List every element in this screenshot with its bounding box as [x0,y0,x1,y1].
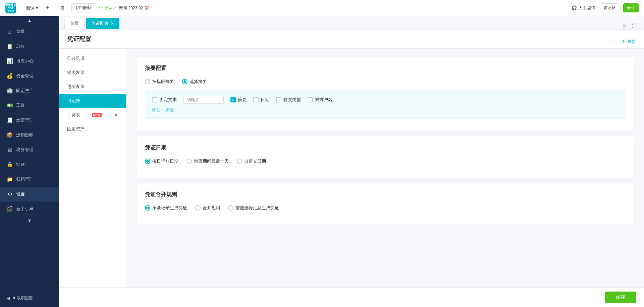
sidebar-label-tax: 税务管理 [16,147,34,153]
nav-item-salary-table[interactable]: 工资表 NEW ∨ [59,108,126,122]
date-section: 凭证日期 按日记账日期 对应期间最后一天 [137,136,633,178]
logo-text-main: 畅捷通好会计 [5,3,16,10]
radio-circle-journal [145,159,150,164]
settings-nav-icon: ⚙ [7,191,13,197]
checkbox-date[interactable]: 日期 [253,97,269,103]
archive-icon: 📁 [7,176,13,182]
pin-icon: ◀ [7,296,10,301]
company-logo-area[interactable]: 畅捷通好会计 专业版 [5,3,16,13]
radio-circle-template [145,79,150,84]
checkbox-summary[interactable]: 摘要 [230,97,247,103]
sidebar-item-ledger[interactable]: 📋 总账 [0,39,59,54]
sidebar-item-home[interactable]: ⌂ 首页 [0,24,59,39]
sidebar-item-archive[interactable]: 📁 归档管理 [0,172,59,187]
calendar-icon[interactable]: 📅 [145,6,150,10]
manager-button[interactable]: 管理员 [600,3,619,12]
sidebar-item-salary[interactable]: 💵 工资 [0,98,59,113]
merge-radio-single[interactable]: 单条记录生成凭证 [145,205,187,211]
checkbox-fixed-text[interactable]: 固定文本 [152,97,177,103]
sidebar-item-guide[interactable]: 🎬 新手引导 [0,202,59,216]
switch-old-button[interactable]: 切到旧版 [71,3,96,12]
nav-label-journal: 日记账 [67,98,80,104]
content-area: 首页 凭证配置 ✕ ✕ ⛶ 凭证配置 ↻ 刷新 [59,16,644,307]
checkbox-box-summary [230,97,236,102]
sidebar-item-assets[interactable]: 🏢 固定资产 [0,83,59,98]
date-radio-custom[interactable]: 自定义日期 [237,158,266,164]
sidebar-item-capital[interactable]: 💰 资金管理 [0,69,59,83]
sidebar-label-close: 结账 [16,162,25,168]
sidebar-label-trade: 进销台账 [16,132,34,138]
pin-toggle[interactable]: ◀ ◀ 取消固定 [0,293,59,304]
date-radio-group: 按日记账日期 对应期间最后一天 自定义日期 [145,158,625,164]
merge-radio-select-merge[interactable]: 按照选择汇总生成凭证 [228,205,279,211]
sidebar-item-close[interactable]: 🔒 结账 [0,157,59,172]
summary-radio-template[interactable]: 按模版摘要 [145,79,174,85]
merge-radio-rules[interactable]: 合并规则 [195,205,220,211]
new-badge: NEW [92,113,102,117]
nav-item-journal[interactable]: 日记账 [59,94,126,108]
summary-options-row: 固定文本 摘要 日期 [152,96,618,104]
add-button[interactable]: + [42,3,53,13]
sidebar-item-invoice[interactable]: 🧾 发票管理 [0,113,59,128]
radio-label-select-merge: 按照选择汇总生成凭证 [235,205,279,211]
example-text: 例如：摘要 [152,107,618,113]
summary-radio-group: 按模版摘要 选择摘要 [145,79,625,85]
sidebar-label-invoice: 发票管理 [16,117,34,123]
nav-label-fixed-assets: 固定资产 [67,126,85,132]
fixed-text-input[interactable] [183,96,224,104]
checkbox-counterparty[interactable]: 对方户名 [308,97,332,103]
nav-item-public[interactable]: 公共选项 [59,51,126,65]
sidebar-label-archive: 归档管理 [16,176,34,182]
sidebar-label-home: 首页 [16,29,25,35]
checkbox-income-type[interactable]: 收支类型 [276,97,301,103]
date-radio-journal[interactable]: 按日记账日期 [145,158,178,164]
refresh-button[interactable]: ↻ 刷新 [622,39,636,45]
checkbox-label-counterparty: 对方户名 [315,97,332,103]
tax-icon: 🏛 [7,147,13,153]
close-window-button[interactable]: ✕ [621,23,628,29]
nav-item-fixed-assets[interactable]: 固定资产 [59,122,126,136]
radio-circle-select [182,79,187,84]
sidebar-item-trade[interactable]: 📦 进销台账 [0,128,59,142]
company-selector[interactable]: 测试 ▾ [26,5,38,11]
date-radio-period-last[interactable]: 对应期间最后一天 [186,158,229,164]
verified-label: 已认证 [104,5,116,11]
capital-icon: 💰 [7,73,13,79]
radio-circle-select-merge [228,205,233,211]
sidebar-item-settings[interactable]: ⚙ 设置 [0,187,59,202]
refresh-icon: ↻ [622,39,626,44]
inner-layout: 公共选项 销项发票 进项发票 日记账 工资表 NEW ∨ [59,49,644,287]
invoice-icon: 🧾 [7,117,13,123]
settings-button[interactable]: ⚙ [56,3,69,12]
tab-home[interactable]: 首页 [64,18,85,29]
save-button[interactable]: 保存 [605,292,636,303]
left-nav: 公共选项 销项发票 进项发票 日记账 工资表 NEW ∨ [59,49,126,287]
report-icon: 📊 [7,58,13,64]
service-button[interactable]: 🎧 人工咨询 [572,5,596,11]
sidebar-item-report[interactable]: 📊 报表中心 [0,54,59,69]
checkbox-box-income-type [276,97,281,102]
sidebar-item-tax[interactable]: 🏛 税务管理 [0,142,59,157]
expand-window-button[interactable]: ⛶ [631,23,639,29]
checkbox-label-summary: 摘要 [238,97,247,103]
nav-label-salary-table: 工资表 [67,112,80,118]
sidebar-label-salary: 工资 [16,102,25,108]
sidebar-scroll-up[interactable]: ▲ [0,16,59,24]
window-controls: ✕ ⛶ [621,23,639,29]
accountant-button[interactable]: 会计 [623,3,639,12]
nav-item-purchase-invoice[interactable]: 进项发票 [59,80,126,94]
merge-title: 凭证合并规则 [145,191,625,198]
expand-icon: ∨ [114,113,118,118]
topbar-divider-1 [21,4,21,12]
logo-text-sub: 专业版 [5,10,16,12]
summary-radio-select[interactable]: 选择摘要 [182,79,207,85]
sidebar-scroll-down[interactable]: ▼ [0,216,59,224]
nav-item-sales-invoice[interactable]: 销项发票 [59,65,126,80]
radio-circle-rules [195,205,201,211]
tab-close-voucher[interactable]: ✕ [111,21,114,26]
nav-label-purchase-invoice: 进项发票 [67,84,85,90]
nav-label-public: 公共选项 [67,55,85,61]
tab-voucher-config[interactable]: 凭证配置 ✕ [86,18,119,29]
period-label: 账期 [119,5,127,11]
nav-label-sales-invoice: 销项发票 [67,70,85,76]
